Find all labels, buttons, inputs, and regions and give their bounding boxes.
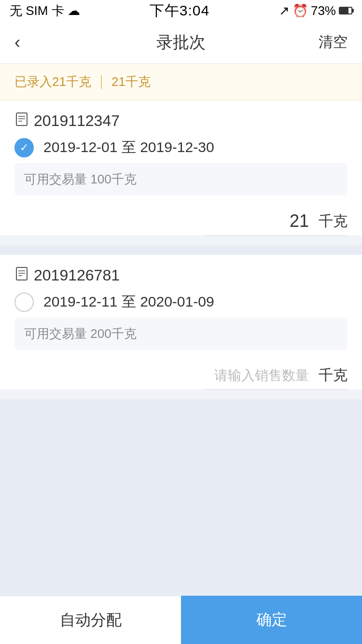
- quantity-unit-1: 千克: [319, 211, 348, 231]
- section-divider: [0, 245, 362, 255]
- svg-rect-4: [16, 267, 27, 280]
- batch-id-1: 2019112347: [34, 112, 120, 130]
- content-scroll: 已录入21千克 21千克 2019112347 ✓ 2019-12-01 至 2…: [0, 64, 362, 644]
- alarm-icon: ⏰: [292, 3, 308, 18]
- batch-icon-2: [14, 266, 29, 284]
- back-button[interactable]: ‹: [14, 32, 43, 53]
- batch-date-row-2[interactable]: 2019-12-11 至 2020-01-09: [0, 288, 362, 318]
- quantity-input-1[interactable]: [251, 211, 309, 231]
- svg-rect-0: [16, 113, 27, 126]
- info-bar: 已录入21千克 21千克: [0, 64, 362, 100]
- status-time: 下午3:04: [150, 1, 209, 21]
- batch-date-1: 2019-12-01 至 2019-12-30: [43, 138, 214, 157]
- quantity-row-1: 千克: [0, 203, 362, 231]
- recorded-value: 21千克: [111, 73, 151, 90]
- batch-availability-1: 可用交易量 100千克: [14, 163, 348, 196]
- clear-button[interactable]: 清空: [319, 32, 348, 52]
- batch-date-row-1[interactable]: ✓ 2019-12-01 至 2019-12-30: [0, 134, 362, 163]
- radio-1[interactable]: ✓: [14, 138, 34, 157]
- divider-1: [203, 235, 348, 236]
- batch-header-2: 2019126781: [0, 255, 362, 288]
- bottom-bar: 自动分配 确定: [0, 596, 362, 644]
- divider-2: [203, 389, 348, 390]
- battery-text: 73%: [311, 3, 336, 18]
- batch-date-2: 2019-12-11 至 2020-01-09: [43, 292, 214, 312]
- batch-header-1: 2019112347: [0, 100, 362, 134]
- auto-distribute-button[interactable]: 自动分配: [0, 596, 181, 644]
- batch-availability-2: 可用交易量 200千克: [14, 318, 348, 350]
- grey-area: [0, 409, 362, 612]
- recorded-label: 已录入21千克: [14, 73, 91, 90]
- battery-icon: [339, 7, 352, 14]
- input-unit-2: 千克: [319, 365, 348, 385]
- location-icon: ↗: [279, 3, 290, 18]
- signal-text: 无 SIM 卡 ☁: [10, 2, 80, 19]
- radio-2[interactable]: [14, 293, 34, 312]
- page-title: 录批次: [156, 31, 206, 54]
- batch-item-1: 2019112347 ✓ 2019-12-01 至 2019-12-30 可用交…: [0, 100, 362, 236]
- batch-icon-1: [14, 112, 29, 130]
- status-bar: 无 SIM 卡 ☁ 下午3:04 ↗ ⏰ 73%: [0, 0, 362, 21]
- status-right: ↗ ⏰ 73%: [279, 3, 352, 18]
- confirm-button[interactable]: 确定: [181, 596, 362, 644]
- nav-bar: ‹ 录批次 清空: [0, 21, 362, 64]
- status-left: 无 SIM 卡 ☁: [10, 2, 80, 19]
- batch-id-2: 2019126781: [34, 266, 120, 284]
- input-row-2: 请输入销售数量 千克: [0, 358, 362, 385]
- info-divider: [101, 75, 102, 89]
- check-icon-1: ✓: [20, 141, 28, 154]
- input-placeholder-2: 请输入销售数量: [214, 366, 309, 385]
- section-divider-2: [0, 399, 362, 409]
- batch-item-2: 2019126781 2019-12-11 至 2020-01-09 可用交易量…: [0, 255, 362, 390]
